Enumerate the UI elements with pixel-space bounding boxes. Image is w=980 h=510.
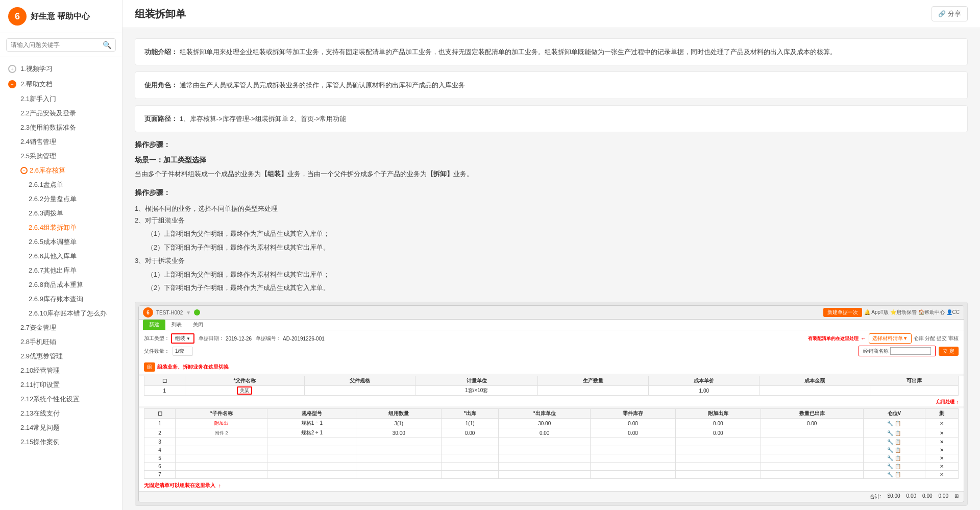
sim-nav-new[interactable]: 新建 (143, 320, 165, 330)
sim-nav-close[interactable]: 关闭 (188, 320, 208, 330)
step2-sub2: （2）下部明细为子件明细，最终作为原材料生成其它出库单。 (135, 241, 968, 253)
sim-enable-row: 启用处理 ↑ (144, 399, 959, 405)
rc-cost: 0.00 (761, 419, 863, 428)
sim-nav-list[interactable]: 列表 (166, 320, 187, 330)
sim-navbar: 新建 列表 关闭 (139, 320, 964, 330)
rc-out: 0.00 (675, 419, 761, 428)
col-name: *父件名称 (185, 376, 304, 386)
path-text: 1、库存核算->库存管理->组装拆卸单 2、首页->常用功能 (180, 115, 347, 123)
sidebar-item-other-out[interactable]: 2.6.7其他出库单 (29, 263, 122, 278)
sidebar-item-other-in[interactable]: 2.6.6其他入库单 (29, 249, 122, 263)
sim-type-select[interactable]: 组装 ▼ (171, 333, 194, 344)
sidebar-item-cases[interactable]: 2.15操作案例 (0, 435, 122, 449)
sidebar-item-transfer[interactable]: 2.6.3调拨单 (29, 206, 122, 221)
sim-billno-area: 单据编号： AD-20191226-001 (256, 335, 325, 342)
sim-parent-table-body: 1 关某 1套/×10套 1.00 (144, 386, 959, 396)
sidebar-item-cost-adjust[interactable]: 2.6.5成本调整单 (29, 235, 122, 249)
table-row: 5 🔧 📋 ✕ (144, 454, 959, 463)
sim-actions: 仓库 分配 提交 审核 (914, 335, 959, 342)
sidebar-item-install[interactable]: 2.2产品安装及登录 (0, 106, 122, 120)
sim-child-table-head: ☐ *子件名称 规格型号 组用数量 *出库 *出库单位 零件库存 附加出库 数量… (144, 409, 959, 419)
sim-type-dropdown-icon: ▼ (186, 336, 190, 341)
search-input[interactable] (11, 41, 103, 48)
col-op: 仓位V (863, 409, 925, 419)
screenshot-container: 6 TEST-H002 ▼ 新建单据一次 🔔 AppT版 ⭐启动保管 🏠帮助中心… (135, 302, 968, 506)
intro-label: 功能介绍： (144, 48, 178, 56)
rc-bom: 3(1) (356, 419, 442, 428)
share-button[interactable]: 🔗 分享 (932, 6, 968, 21)
sidebar-item-mobile[interactable]: 2.8手机旺铺 (0, 335, 122, 349)
col-subqty: *出库 (442, 409, 499, 419)
sim-dept-input[interactable] (890, 347, 931, 355)
screenshot-inner: 6 TEST-H002 ▼ 新建单据一次 🔔 AppT版 ⭐启动保管 🏠帮助中心… (135, 302, 967, 505)
sim-child-table-body: 1 附加出 规格1 ÷ 1 3(1) 1(1) 30.00 0.00 (144, 419, 959, 479)
sim-icons-right: 🔔 AppT版 ⭐启动保管 🏠帮助中心 👤CC (864, 309, 960, 316)
sim-appname: TEST-H002 (156, 310, 183, 315)
main-area: 组装拆卸单 🔗 分享 功能介绍： 组装拆卸单用来处理企业组装或拆卸等加工业务，支… (122, 0, 980, 510)
row-avail (870, 386, 959, 396)
sidebar-item-ledger-error[interactable]: 2.6.10库存账本错了怎么办 (29, 306, 122, 321)
sim-date-val: 2019-12-26 (226, 336, 252, 342)
sim-billtype-btn[interactable]: 选择材料清单▼ (869, 333, 912, 344)
sim-new-btn[interactable]: 新建单据一次 (823, 308, 862, 317)
step3: 3、对于拆装业务 (135, 255, 968, 266)
col-subavail: 零件库存 (591, 409, 676, 419)
intro-text: 组装拆卸单用来处理企业组装或拆卸等加工业务，支持有固定装配清单的产品加工业务，也… (180, 48, 837, 56)
sidebar-item-stocktake[interactable]: 2.6.1盘点单 (29, 178, 122, 192)
sim-section-label-row: 组 组装业务、拆卸业务在这里切换 (144, 362, 959, 372)
sim-section-badge: 组 (144, 362, 155, 372)
expand-icon: + (8, 65, 16, 73)
rc2-name: 附件 2 (215, 430, 228, 435)
sidebar-item-assembly[interactable]: 2.6.4组装拆卸单 (29, 221, 122, 235)
sim-anno-text1: 有装配清单的在这里处理 (808, 335, 859, 342)
table-row: 7 🔧 📋 ✕ (144, 471, 959, 479)
sidebar-item-newuser[interactable]: 2.1新手入门 (0, 92, 122, 106)
sidebar: 6 好生意 帮助中心 🔍 + 1.视频学习 − 2.帮助文档 2.1新手入门 2… (0, 0, 122, 510)
sim-total-cost-val: 0.00 (906, 493, 916, 500)
sidebar-item-docs[interactable]: − 2.帮助文档 (0, 77, 122, 92)
search-area: 🔍 (0, 33, 122, 57)
sidebar-item-print[interactable]: 2.11打印设置 (0, 378, 122, 392)
sim-date-label: 单据日期： (199, 335, 224, 342)
sidebar-item-finance[interactable]: 2.7资金管理 (0, 321, 122, 335)
sidebar-item-customize[interactable]: 2.12系统个性化设置 (0, 392, 122, 406)
role-text: 通常由生产人员或库管人员完成拆装业务的操作，库管人员确认原材料的出库和产成品的入… (180, 81, 465, 89)
search-icon[interactable]: 🔍 (103, 41, 111, 49)
sim-type-label: 加工类型： (144, 335, 169, 342)
sidebar-item-dataprep[interactable]: 2.3使用前数据准备 (0, 120, 122, 135)
sidebar-item-video[interactable]: + 1.视频学习 (0, 61, 122, 77)
sidebar-item-payment[interactable]: 2.13在线支付 (0, 406, 122, 421)
sim-total-label: 父件数量： (144, 348, 169, 355)
sidebar-item-inventory[interactable]: − 2.6库存核算 (0, 163, 122, 178)
sidebar-item-cost-recalc[interactable]: 2.6.8商品成本重算 (29, 278, 122, 292)
sidebar-item-faq[interactable]: 2.14常见问题 (0, 421, 122, 435)
col-avail: 可出库 (870, 376, 959, 386)
sidebar-item-management[interactable]: 2.10经营管理 (0, 363, 122, 378)
col-subname: *子件名称 (176, 409, 267, 419)
scenario1-desc: 当由多个子件材料组装成一个成品的业务为【组装】业务，当由一个父件拆分成多个子产品… (135, 168, 968, 180)
step1: 1、根据不同的业务，选择不同单据的类型来处理 (135, 203, 968, 214)
rc-unit: 30.00 (499, 419, 591, 428)
nav-tree: + 1.视频学习 − 2.帮助文档 2.1新手入门 2.2产品安装及登录 2.3… (0, 57, 122, 510)
sidebar-item-coupon[interactable]: 2.9优惠券管理 (0, 349, 122, 363)
sidebar-item-sales[interactable]: 2.4销售管理 (0, 135, 122, 149)
sim-dropdown-icon: ▼ (186, 310, 191, 315)
col-spec: 父件规格 (304, 376, 415, 386)
sim-total-val: 1/套 (173, 347, 193, 356)
sim-enable-arrow: ↑ (957, 400, 959, 405)
page-title: 组装拆卸单 (135, 7, 186, 21)
sidebar-item-ledger-query[interactable]: 2.6.9库存账本查询 (29, 292, 122, 306)
inventory-collapse-icon: − (20, 167, 28, 174)
table-row: 1 关某 1套/×10套 1.00 (144, 386, 959, 396)
sidebar-item-purchase[interactable]: 2.5采购管理 (0, 149, 122, 163)
role-block: 使用角色： 通常由生产人员或库管人员完成拆装业务的操作，库管人员确认原材料的出库… (135, 71, 968, 99)
rc-op: 🔧 📋 (863, 419, 925, 428)
role-label: 使用角色： (144, 81, 178, 89)
sidebar-item-partial-stocktake[interactable]: 2.6.2分量盘点单 (29, 192, 122, 206)
logo-text: 好生意 帮助中心 (31, 11, 90, 22)
sim-total-qty-val: $0.00 (888, 493, 900, 500)
sim-save-btn[interactable]: 立 定 (939, 347, 959, 356)
row-unit (538, 386, 649, 396)
collapse-icon: − (8, 80, 16, 88)
table-row: 2 附件 2 规格2 ÷ 1 30.00 0.00 0.00 0.00 (144, 428, 959, 438)
